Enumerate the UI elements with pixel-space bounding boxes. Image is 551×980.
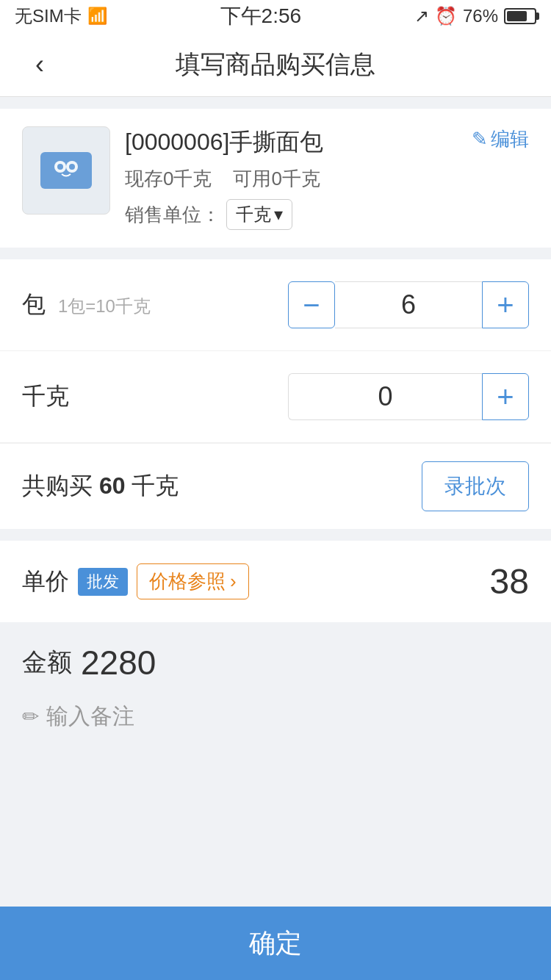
product-unit-row: 销售单位： 千克 ▾: [125, 199, 529, 230]
confirm-button[interactable]: 确定: [0, 907, 551, 980]
product-name: [0000006]手撕面包: [125, 126, 323, 159]
pencil-icon: ✏: [22, 705, 39, 729]
qty-bag-minus-button[interactable]: −: [288, 281, 335, 328]
qty-bag-plus-button[interactable]: +: [482, 281, 529, 328]
stock-text: 现存0千克: [125, 167, 212, 190]
total-prefix: 共购买: [22, 472, 99, 499]
remark-placeholder: 输入备注: [46, 702, 134, 732]
total-row: 共购买 60 千克 录批次: [0, 443, 551, 529]
battery-icon: [504, 8, 536, 24]
edit-label: 编辑: [491, 126, 529, 152]
price-section: 单价 批发 价格参照 › 38: [0, 541, 551, 622]
qty-bag-sublabel: 1包=10千克: [58, 296, 151, 316]
remark-row[interactable]: ✏ 输入备注: [22, 694, 529, 739]
unit-value: 千克: [236, 203, 271, 226]
total-unit-text: 千克: [125, 472, 179, 499]
unit-selector[interactable]: 千克 ▾: [226, 199, 292, 230]
qty-kg-label: 千克: [22, 381, 288, 413]
qty-kg-plus-button[interactable]: +: [482, 373, 529, 420]
product-card: [0000006]手撕面包 ✎ 编辑 现存0千克 可用0千克 销售单位： 千克 …: [0, 109, 551, 248]
back-button[interactable]: ‹: [18, 43, 62, 87]
quantity-row-bag: 包 1包=10千克 − +: [0, 259, 551, 351]
status-right: ↗ ⏰ 76%: [414, 6, 536, 26]
svg-rect-0: [44, 152, 88, 184]
qty-kg-control: +: [288, 373, 529, 420]
total-text: 共购买 60 千克: [22, 470, 179, 502]
edit-button[interactable]: ✎ 编辑: [472, 126, 529, 152]
quantity-section: 包 1包=10千克 − + 千克 + 共购买 60 千克 录批次: [0, 259, 551, 529]
status-left: 无SIM卡 📶: [15, 4, 107, 28]
qty-bag-control: − +: [288, 281, 529, 328]
qty-bag-label: 包 1包=10千克: [22, 289, 288, 321]
carrier-text: 无SIM卡: [15, 4, 82, 28]
price-ref-label: 价格参照: [149, 569, 226, 594]
price-left: 单价 批发 价格参照 ›: [22, 563, 249, 599]
total-amount-value: 60: [99, 472, 126, 499]
battery-percent: 76%: [463, 6, 498, 26]
svg-point-4: [69, 164, 75, 170]
product-thumbnail: [22, 126, 110, 215]
price-row: 单价 批发 价格参照 › 38: [22, 561, 529, 602]
product-logo: [40, 152, 92, 189]
dropdown-arrow-icon: ▾: [274, 204, 283, 225]
alarm-icon: ⏰: [435, 6, 457, 26]
svg-point-3: [57, 164, 63, 170]
product-stock: 现存0千克 可用0千克: [125, 166, 529, 192]
price-tag: 批发: [78, 568, 128, 596]
nav-bar: ‹ 填写商品购买信息: [0, 32, 551, 97]
qty-kg-input[interactable]: [288, 373, 482, 420]
available-text: 可用0千克: [233, 167, 320, 190]
unit-label: 销售单位：: [125, 202, 220, 228]
amount-row: 金额 2280: [22, 643, 529, 682]
edit-icon: ✎: [472, 128, 488, 151]
price-label: 单价: [22, 566, 69, 598]
amount-section: 金额 2280 ✏ 输入备注: [0, 622, 551, 739]
price-ref-button[interactable]: 价格参照 ›: [137, 563, 249, 599]
batch-button[interactable]: 录批次: [422, 461, 529, 511]
price-value: 38: [490, 561, 529, 602]
status-bar: 无SIM卡 📶 下午2:56 ↗ ⏰ 76%: [0, 0, 551, 32]
price-ref-arrow-icon: ›: [230, 570, 237, 593]
amount-label: 金额: [22, 646, 72, 680]
amount-value: 2280: [81, 643, 156, 682]
qty-bag-input[interactable]: [335, 281, 482, 328]
location-icon: ↗: [414, 6, 429, 26]
time-display: 下午2:56: [220, 2, 302, 30]
page-title: 填写商品购买信息: [176, 48, 375, 82]
wifi-icon: 📶: [87, 7, 107, 26]
quantity-row-kg: 千克 +: [0, 351, 551, 443]
product-info: [0000006]手撕面包 ✎ 编辑 现存0千克 可用0千克 销售单位： 千克 …: [125, 126, 529, 230]
logo-text: [44, 152, 88, 189]
